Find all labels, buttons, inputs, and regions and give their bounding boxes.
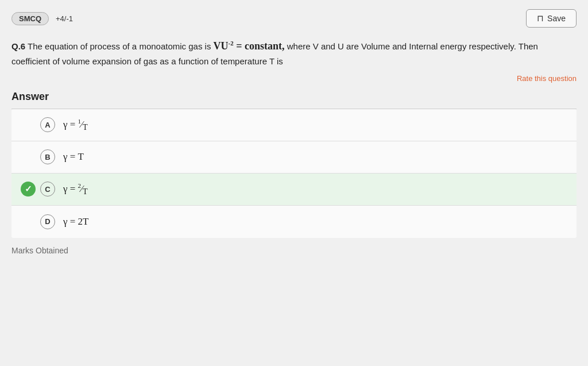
save-button[interactable]: ⊓ Save xyxy=(526,9,577,28)
option-d[interactable]: D γ = 2T xyxy=(11,206,577,238)
question-formula: VU-2 = constant, xyxy=(214,40,285,52)
question-text: Q.6 The equation of process of a monoato… xyxy=(11,38,577,68)
option-a-text: γ = 1⁄T xyxy=(63,118,88,132)
option-a-circle: A xyxy=(40,117,55,132)
option-a[interactable]: A γ = 1⁄T xyxy=(11,109,577,141)
rate-question-link[interactable]: Rate this question xyxy=(11,74,577,83)
correct-checkmark-icon xyxy=(21,182,36,197)
page-container: SMCQ +4/-1 ⊓ Save Q.6 The equation of pr… xyxy=(0,0,588,366)
top-bar: SMCQ +4/-1 ⊓ Save xyxy=(11,9,577,28)
option-c-circle: C xyxy=(40,182,55,197)
marking-scheme: +4/-1 xyxy=(56,14,73,23)
option-c-text: γ = 2⁄T xyxy=(63,182,88,197)
option-b-text: γ = T xyxy=(63,151,84,163)
answer-label: Answer xyxy=(11,91,577,103)
bookmark-icon: ⊓ xyxy=(537,13,544,24)
option-d-text: γ = 2T xyxy=(63,216,88,228)
question-text-before: The equation of process of a monoatomic … xyxy=(28,41,214,51)
rate-question-label: Rate this question xyxy=(517,74,577,83)
option-b[interactable]: B γ = T xyxy=(11,141,577,174)
option-b-circle: B xyxy=(40,149,55,164)
question-number: Q.6 xyxy=(11,41,25,51)
top-left: SMCQ +4/-1 xyxy=(11,12,73,25)
smcq-badge: SMCQ xyxy=(11,12,49,25)
option-c[interactable]: C γ = 2⁄T xyxy=(11,174,577,206)
save-label: Save xyxy=(547,14,566,23)
marks-obtained: Marks Obtained xyxy=(11,246,577,255)
option-d-circle: D xyxy=(40,214,55,229)
options-container: A γ = 1⁄T B γ = T C γ = 2⁄T D γ = 2T xyxy=(11,109,577,238)
